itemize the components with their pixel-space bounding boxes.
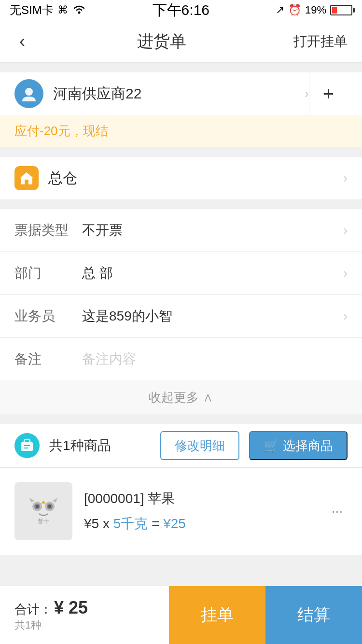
select-product-button[interactable]: 🛒 选择商品 <box>249 431 348 460</box>
invoice-type-value: 不开票 <box>82 221 343 239</box>
products-header: 共1种商品 修改明细 🛒 选择商品 <box>0 424 362 467</box>
product-id: [0000001] <box>84 491 144 506</box>
settle-label: 结算 <box>297 604 330 626</box>
product-total: ¥25 <box>163 516 186 531</box>
supplier-row[interactable]: 河南供应商22 › + <box>0 72 362 115</box>
carrier-text: 无SIM卡 <box>10 2 54 18</box>
product-multiply: x <box>103 516 113 531</box>
bottom-bar: 合计： ¥ 25 共1种 挂单 结算 <box>0 586 362 644</box>
supplier-chevron-icon: › <box>305 86 309 101</box>
remarks-label: 备注 <box>14 350 82 368</box>
status-left: 无SIM卡 ⌘ <box>10 2 86 18</box>
warehouse-name: 总仓 <box>48 168 343 188</box>
product-price-row: ¥5 x 5千克 = ¥25 <box>84 515 315 533</box>
settle-button[interactable]: 结算 <box>265 586 362 644</box>
remarks-row[interactable]: 备注 备注内容 <box>0 338 362 380</box>
department-label: 部门 <box>14 264 82 282</box>
product-title-text: 苹果 <box>148 491 175 506</box>
svg-rect-4 <box>25 180 28 184</box>
svg-point-1 <box>25 88 33 96</box>
collapse-toggle[interactable]: 收起更多 ∧ <box>0 380 362 414</box>
supplier-avatar <box>14 79 43 108</box>
salesman-value: 这是859的小智 <box>82 307 343 325</box>
svg-point-12 <box>36 505 39 508</box>
supplier-notice: 应付-20元，现结 <box>0 115 362 147</box>
section-divider-4 <box>0 414 362 424</box>
wifi-signal <box>72 3 86 17</box>
product-item: 督十 [0000001] 苹果 ¥5 x 5千克 = ¥25 ··· <box>0 468 362 555</box>
location-icon: ↗ <box>276 4 284 16</box>
edit-details-label: 修改明细 <box>175 437 225 454</box>
department-row[interactable]: 部门 总 部 › <box>0 252 362 294</box>
product-thumbnail: 督十 <box>14 482 72 540</box>
total-section: 合计： ¥ 25 共1种 <box>0 586 169 644</box>
alarm-icon: ⏰ <box>288 4 301 16</box>
salesman-chevron-icon: › <box>343 308 348 324</box>
warehouse-section: 总仓 › <box>0 157 362 199</box>
supplier-section: 河南供应商22 › + 应付-20元，现结 <box>0 72 362 147</box>
nav-bar: ‹ 进货单 打开挂单 <box>0 20 362 63</box>
status-right: ↗ ⏰ 19% <box>276 4 352 16</box>
product-info: [0000001] 苹果 ¥5 x 5千克 = ¥25 <box>84 490 315 533</box>
status-bar: 无SIM卡 ⌘ 下午6:16 ↗ ⏰ 19% <box>0 0 362 20</box>
product-count-icon <box>14 433 40 458</box>
invoice-type-row[interactable]: 票据类型 不开票 › <box>0 209 362 252</box>
warehouse-row[interactable]: 总仓 › <box>0 157 362 199</box>
product-unit-price: ¥5 <box>84 516 99 531</box>
warehouse-chevron-icon: › <box>343 170 348 186</box>
pending-button[interactable]: 挂单 <box>169 586 265 644</box>
product-name: [0000001] 苹果 <box>84 490 315 508</box>
product-count-text: 共1种商品 <box>49 436 151 455</box>
svg-point-0 <box>78 12 80 14</box>
status-time: 下午6:16 <box>153 0 209 20</box>
svg-marker-14 <box>41 501 46 504</box>
back-button[interactable]: ‹ <box>14 27 30 56</box>
svg-text:督十: 督十 <box>38 518 49 525</box>
select-product-icon: 🛒 <box>264 438 279 453</box>
section-divider-2 <box>0 147 362 157</box>
total-label: 合计： <box>14 601 52 618</box>
edit-details-button[interactable]: 修改明细 <box>160 431 239 460</box>
pending-label: 挂单 <box>201 604 234 626</box>
svg-marker-3 <box>20 172 33 178</box>
salesman-label: 业务员 <box>14 307 82 325</box>
svg-point-13 <box>48 505 51 508</box>
department-chevron-icon: › <box>343 266 348 281</box>
section-divider-3 <box>0 199 362 209</box>
product-more-button[interactable]: ··· <box>327 499 348 524</box>
page-title: 进货单 <box>137 30 186 53</box>
supplier-name: 河南供应商22 <box>53 84 305 104</box>
battery-icon <box>330 5 352 15</box>
salesman-row[interactable]: 业务员 这是859的小智 › <box>0 295 362 337</box>
open-pending-button[interactable]: 打开挂单 <box>293 32 348 51</box>
product-quantity: 5千克 <box>113 516 148 531</box>
total-count: 共1种 <box>14 618 154 632</box>
battery-percent: 19% <box>305 4 326 16</box>
select-product-label: 选择商品 <box>283 437 333 454</box>
form-section: 票据类型 不开票 › 部门 总 部 › 业务员 这是859的小智 › 备注 备注… <box>0 209 362 380</box>
invoice-type-label: 票据类型 <box>14 221 82 239</box>
section-divider-1 <box>0 63 362 72</box>
product-thumb-owl-icon: 督十 <box>27 492 60 531</box>
warehouse-icon <box>14 166 39 190</box>
remarks-input[interactable]: 备注内容 <box>82 350 348 368</box>
wifi-icon: ⌘ <box>57 4 68 16</box>
svg-rect-5 <box>21 442 33 451</box>
product-equals: = <box>152 516 163 531</box>
total-amount: ¥ 25 <box>54 598 88 618</box>
invoice-type-chevron-icon: › <box>343 223 348 238</box>
add-supplier-button[interactable]: + <box>309 72 348 115</box>
department-value: 总 部 <box>82 264 343 282</box>
collapse-label: 收起更多 ∧ <box>149 389 213 406</box>
